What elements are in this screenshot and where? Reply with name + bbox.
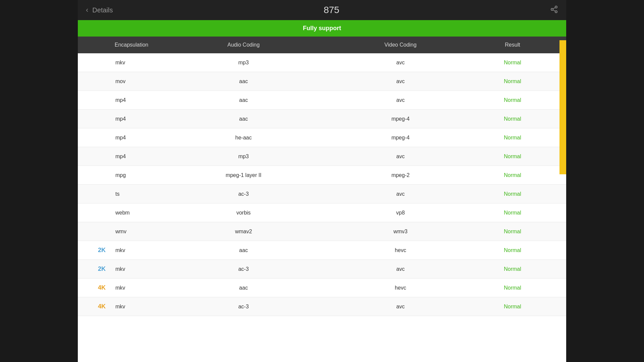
encapsulation-value: mpg xyxy=(115,172,126,178)
col-video: Video Coding xyxy=(322,42,479,48)
col-audio: Audio Coding xyxy=(165,42,322,48)
col-encapsulation: Encapsulation xyxy=(98,42,165,48)
cell-result: Normal xyxy=(479,154,546,160)
support-banner-label: Fully support xyxy=(303,25,341,32)
encapsulation-value: mkv xyxy=(115,266,125,272)
cell-result: Normal xyxy=(479,285,546,291)
cell-result: Normal xyxy=(479,172,546,178)
cell-video: mpeg-4 xyxy=(322,116,479,122)
encapsulation-value: mkv xyxy=(115,60,125,66)
cell-encapsulation: 4Kmkv xyxy=(98,303,165,310)
encapsulation-value: mov xyxy=(115,78,125,84)
cell-audio: aac xyxy=(165,285,322,291)
table-row: mp4he-aacmpeg-4Normal xyxy=(78,128,566,147)
table-row: mpgmpeg-1 layer IImpeg-2Normal xyxy=(78,166,566,185)
svg-point-1 xyxy=(551,8,553,10)
cell-encapsulation: webm xyxy=(98,210,165,216)
cell-result: Normal xyxy=(479,116,546,122)
table-row: mp4mp3avcNormal xyxy=(78,147,566,166)
svg-line-3 xyxy=(553,10,555,11)
cell-video: avc xyxy=(322,191,479,197)
2k-badge: 2K xyxy=(98,247,111,254)
header-count: 875 xyxy=(324,5,339,15)
cell-audio: ac-3 xyxy=(165,266,322,272)
encapsulation-value: mkv xyxy=(115,304,125,310)
cell-video: avc xyxy=(322,154,479,160)
table-row: 2Kmkvac-3avcNormal xyxy=(78,260,566,279)
cell-encapsulation: mov xyxy=(98,78,165,84)
app-container: ‹ Details 875 Fully support Encapsulatio… xyxy=(78,0,566,362)
table-body: mkvmp3avcNormalmovaacavcNormalmp4aacavcN… xyxy=(78,53,566,316)
svg-point-2 xyxy=(555,11,557,13)
cell-encapsulation: 4Kmkv xyxy=(98,284,165,291)
cell-encapsulation: mp4 xyxy=(98,154,165,160)
table-row: mkvmp3avcNormal xyxy=(78,53,566,72)
4k-badge: 4K xyxy=(98,284,111,291)
svg-line-4 xyxy=(553,7,555,9)
table-header: Encapsulation Audio Coding Video Coding … xyxy=(78,37,566,53)
right-sidebar-accent xyxy=(559,40,566,174)
cell-result: Normal xyxy=(479,247,546,253)
encapsulation-value: wmv xyxy=(115,229,126,235)
cell-audio: ac-3 xyxy=(165,191,322,197)
cell-audio: vorbis xyxy=(165,210,322,216)
table-row: tsac-3avcNormal xyxy=(78,185,566,203)
cell-audio: wmav2 xyxy=(165,229,322,235)
cell-result: Normal xyxy=(479,135,546,141)
table-row: 4KmkvaachevcNormal xyxy=(78,279,566,297)
cell-result: Normal xyxy=(479,191,546,197)
cell-video: avc xyxy=(322,97,479,103)
share-icon[interactable] xyxy=(550,5,558,15)
cell-video: mpeg-2 xyxy=(322,172,479,178)
cell-audio: mp3 xyxy=(165,60,322,66)
back-button[interactable]: ‹ Details xyxy=(86,6,113,14)
cell-result: Normal xyxy=(479,78,546,84)
cell-video: vp8 xyxy=(322,210,479,216)
cell-video: avc xyxy=(322,266,479,272)
cell-result: Normal xyxy=(479,210,546,216)
table-row: movaacavcNormal xyxy=(78,72,566,91)
cell-encapsulation: mkv xyxy=(98,60,165,66)
encapsulation-value: mp4 xyxy=(115,154,126,160)
cell-audio: he-aac xyxy=(165,135,322,141)
cell-result: Normal xyxy=(479,97,546,103)
cell-audio: mp3 xyxy=(165,154,322,160)
cell-result: Normal xyxy=(479,60,546,66)
cell-encapsulation: 2Kmkv xyxy=(98,265,165,273)
header: ‹ Details 875 xyxy=(78,0,566,20)
cell-encapsulation: ts xyxy=(98,191,165,197)
table-row: 2KmkvaachevcNormal xyxy=(78,241,566,260)
cell-audio: aac xyxy=(165,97,322,103)
cell-video: hevc xyxy=(322,285,479,291)
table-row: wmvwmav2wmv3Normal xyxy=(78,222,566,241)
2k-badge: 2K xyxy=(98,265,111,273)
cell-audio: ac-3 xyxy=(165,304,322,310)
cell-video: wmv3 xyxy=(322,229,479,235)
encapsulation-value: webm xyxy=(115,210,130,216)
cell-encapsulation: mpg xyxy=(98,172,165,178)
cell-video: avc xyxy=(322,304,479,310)
encapsulation-value: mkv xyxy=(115,247,125,253)
encapsulation-value: mkv xyxy=(115,285,125,291)
cell-encapsulation: wmv xyxy=(98,229,165,235)
encapsulation-value: mp4 xyxy=(115,135,126,141)
encapsulation-value: ts xyxy=(115,191,119,197)
support-banner: Fully support xyxy=(78,20,566,37)
cell-encapsulation: 2Kmkv xyxy=(98,247,165,254)
header-title: Details xyxy=(92,6,113,14)
cell-video: mpeg-4 xyxy=(322,135,479,141)
back-arrow-icon: ‹ xyxy=(86,6,88,14)
cell-video: avc xyxy=(322,60,479,66)
cell-audio: mpeg-1 layer II xyxy=(165,172,322,178)
cell-result: Normal xyxy=(479,229,546,235)
table-row: webmvorbisvp8Normal xyxy=(78,203,566,222)
4k-badge: 4K xyxy=(98,303,111,310)
encapsulation-value: mp4 xyxy=(115,97,126,103)
cell-result: Normal xyxy=(479,266,546,272)
cell-audio: aac xyxy=(165,116,322,122)
table-container: Encapsulation Audio Coding Video Coding … xyxy=(78,37,566,316)
col-result: Result xyxy=(479,42,546,48)
cell-audio: aac xyxy=(165,78,322,84)
table-row: mp4aacavcNormal xyxy=(78,91,566,110)
cell-audio: aac xyxy=(165,247,322,253)
